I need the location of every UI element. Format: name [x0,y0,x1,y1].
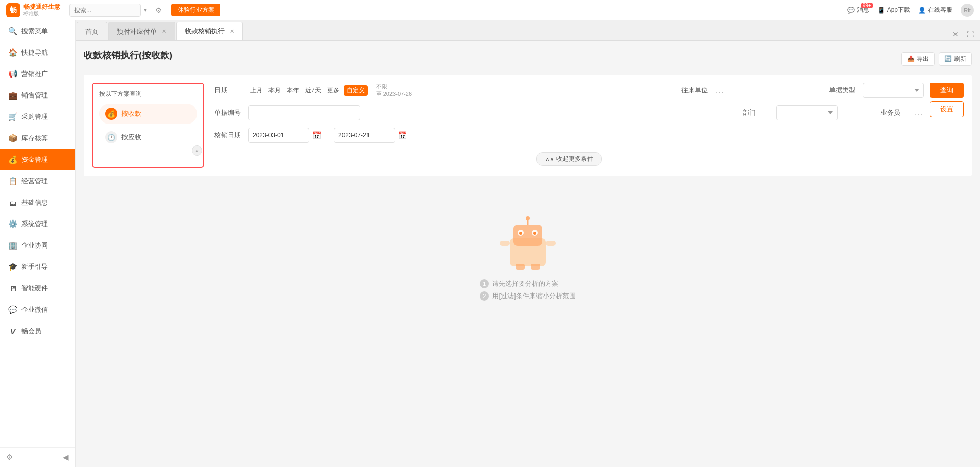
filter-left-title: 按以下方案查询 [99,90,197,99]
verify-date-start-input[interactable]: 2023-03-01 [248,128,309,143]
doc-type-label: 单据类型 [829,86,856,95]
tab-collection-label: 收款核销执行 [185,27,225,36]
doc-no-input[interactable] [248,105,360,120]
sidebar-item-inventory[interactable]: 📦 库存核算 [0,128,75,149]
tip-1-text: 请先选择要分析的方案 [492,279,558,288]
date-more[interactable]: 更多 [325,85,341,96]
empty-tips: 1 请先选择要分析的方案 2 用[过滤]条件来缩小分析范围 [480,279,575,301]
finance-icon: 💰 [8,155,17,164]
tab-expand-icon[interactable]: ⛶ [965,28,976,40]
solution-button[interactable]: 休验行业方案 [172,4,220,16]
sidebar-collapse-icon[interactable]: ◀ [63,453,69,462]
sidebar-item-finance[interactable]: 💰 资金管理 [0,149,75,170]
sidebar-item-marketing[interactable]: 📢 营销推广 [0,63,75,85]
export-label: 导出 [917,55,929,63]
export-button[interactable]: 📤 导出 [901,52,935,66]
filter-option-collection-label: 按收款 [121,109,141,118]
basic-icon: 🗂 [8,199,17,207]
app-download-button[interactable]: 📱 App下载 [877,6,910,14]
verify-date-label: 核销日期 [214,131,242,140]
purchase-icon: 🛒 [8,112,17,121]
filter-option-receivable[interactable]: 🕐 按应收 [99,127,197,148]
tip-1-num: 1 [480,279,489,288]
topbar-search-area: ▼ [69,4,148,17]
message-button[interactable]: 💬 消息 99+ [847,6,869,14]
tab-prepay-close-icon[interactable]: ✕ [162,28,166,35]
verify-date-end-input[interactable]: 2023-07-21 [334,128,395,143]
online-service-button[interactable]: 👤 在线客服 [918,6,952,14]
sidebar-label-basic: 基础信息 [21,198,48,207]
tab-close-all-icon[interactable]: ✕ [950,28,961,40]
verify-date-start-cal-icon[interactable]: 📅 [312,131,321,139]
filter-section: 按以下方案查询 💰 按收款 🕐 按应收 « [84,75,972,176]
sidebar: 🔍 搜索菜单 🏠 快捷导航 📢 营销推广 💼 销售管理 🛒 采购管理 📦 库存核… [0,20,76,467]
brand-area: 畅 畅捷通好生意 标准版 [6,3,60,17]
filter-option-collection[interactable]: 💰 按收款 [99,104,197,124]
sidebar-item-sales[interactable]: 💼 销售管理 [0,85,75,106]
svg-rect-10 [516,264,525,270]
tab-prepay-label: 预付冲应付单 [117,27,157,36]
sidebar-item-wechat[interactable]: 💬 企业微信 [0,299,75,321]
sidebar-item-nav[interactable]: 🏠 快捷导航 [0,42,75,63]
search-icon: 🔍 [8,27,17,36]
date-last-month[interactable]: 上月 [248,85,264,96]
online-service-label: 在线客服 [928,6,952,14]
sidebar-item-basic[interactable]: 🗂 基础信息 [0,192,75,213]
date-this-month[interactable]: 本月 [266,85,283,96]
date-this-year[interactable]: 本年 [285,85,301,96]
management-icon: 📋 [8,177,17,186]
sidebar-item-purchase[interactable]: 🛒 采购管理 [0,106,75,128]
topbar-search-input[interactable] [69,4,141,17]
collapse-more-icon: ∧∧ [545,156,554,163]
enterprise-icon: 🏢 [8,241,17,250]
department-select[interactable] [776,105,838,120]
svg-point-7 [526,216,530,220]
filter-collapse-button[interactable]: « [192,145,202,156]
counterparty-dots[interactable]: ... [715,86,725,95]
main-layout: 🔍 搜索菜单 🏠 快捷导航 📢 营销推广 💼 销售管理 🛒 采购管理 📦 库存核… [0,20,980,467]
verify-date-end-cal-icon[interactable]: 📅 [398,131,407,139]
settings-button[interactable]: 设置 [930,101,964,117]
date-7days[interactable]: 近7天 [303,85,323,96]
sidebar-label-guide: 新手引导 [21,262,48,272]
filter-layout: 按以下方案查询 💰 按收款 🕐 按应收 « [92,83,964,168]
system-icon: ⚙️ [8,219,17,229]
sidebar-item-hardware[interactable]: 🖥 智能硬件 [0,278,75,299]
sidebar-label-member: 畅会员 [21,327,41,336]
sidebar-item-search[interactable]: 🔍 搜索菜单 [0,20,75,42]
content-area: 首页 预付冲应付单 ✕ 收款核销执行 ✕ ✕ ⛶ 收款核销执行(按收款) 📤 [76,20,980,467]
sidebar-item-management[interactable]: 📋 经营管理 [0,170,75,192]
empty-state: 1 请先选择要分析的方案 2 用[过滤]条件来缩小分析范围 [84,182,972,331]
user-avatar[interactable]: Rit [961,4,974,17]
tab-collection[interactable]: 收款核销执行 ✕ [176,22,243,40]
inventory-icon: 📦 [8,134,17,143]
message-icon: 💬 [847,7,855,14]
svg-point-5 [533,232,536,235]
sidebar-item-member[interactable]: V 畅会员 [0,321,75,342]
doc-type-select[interactable] [863,83,924,98]
app-icon: 📱 [877,7,885,14]
tab-home[interactable]: 首页 [77,22,107,40]
sidebar-item-system[interactable]: ⚙️ 系统管理 [0,213,75,235]
refresh-button[interactable]: 🔄 刷新 [939,52,972,66]
staff-dots[interactable]: ... [914,108,924,117]
topbar-right: 💬 消息 99+ 📱 App下载 👤 在线客服 Rit [847,4,974,17]
counterparty-label: 往来单位 [681,86,709,95]
date-custom[interactable]: 自定义 [344,85,368,96]
tab-prepay[interactable]: 预付冲应付单 ✕ [108,22,175,40]
collapse-more-button[interactable]: ∧∧ 收起更多条件 [536,152,602,166]
sidebar-settings-icon[interactable]: ⚙ [6,453,13,462]
marketing-icon: 📢 [8,69,17,79]
tab-collection-close-icon[interactable]: ✕ [230,28,234,35]
brand-sub: 标准版 [23,11,60,17]
sidebar-label-search: 搜索菜单 [21,27,48,36]
sidebar-item-enterprise[interactable]: 🏢 企业协同 [0,235,75,256]
topbar-gear-icon[interactable]: ⚙ [152,4,165,17]
svg-rect-11 [531,264,540,270]
query-button[interactable]: 查询 [930,83,964,98]
sidebar-item-guide[interactable]: 🎓 新手引导 [0,256,75,278]
sidebar-label-system: 系统管理 [21,219,48,229]
message-badge: 99+ [861,3,873,8]
doc-no-label: 单据编号 [214,108,242,117]
date-no-limit: 不限 [376,83,412,90]
